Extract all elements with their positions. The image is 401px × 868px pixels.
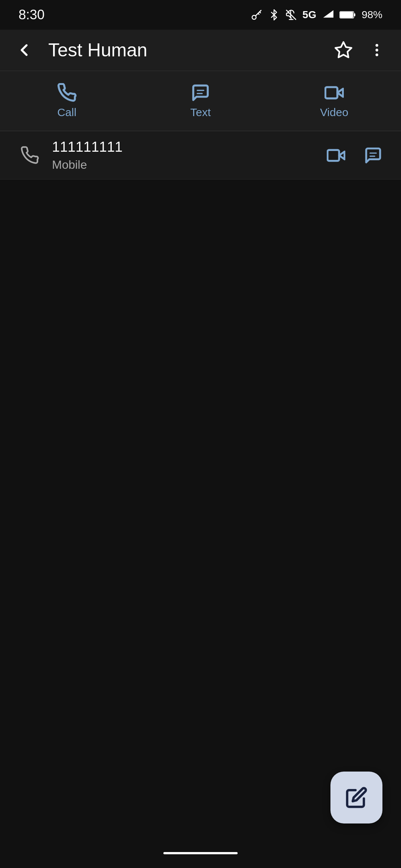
more-vert-icon [369,42,385,58]
contact-phone-type: Mobile [52,158,323,172]
contact-phone-number: 111111111 [52,139,323,155]
video-tab-icon [325,83,344,102]
back-button[interactable] [11,37,37,63]
svg-rect-6 [340,12,353,18]
contact-row-actions [323,142,386,168]
action-tabs: Call Text Video [0,71,401,131]
contact-phone-row[interactable]: 111111111 Mobile [0,131,401,180]
signal-icon [322,9,333,20]
svg-rect-14 [325,87,338,98]
app-bar: Test Human [0,30,401,70]
main-content-area [0,180,401,838]
status-time: 8:30 [19,7,45,23]
svg-marker-3 [323,10,333,18]
message-button[interactable] [360,142,386,168]
svg-point-8 [375,44,378,47]
message-icon [364,146,382,165]
call-tab[interactable]: Call [0,83,134,119]
favorite-button[interactable] [330,37,356,63]
video-tab[interactable]: Video [267,83,401,119]
video-call-icon [327,146,345,165]
bluetooth-icon [268,9,280,20]
status-icons: 5G 98% [251,9,382,21]
nav-bar [0,838,401,868]
back-arrow-icon [14,40,34,60]
text-tab[interactable]: Text [134,83,267,119]
battery-icon [339,10,356,19]
call-tab-icon [57,83,76,102]
video-tab-label: Video [320,106,348,119]
contact-name-title: Test Human [48,39,319,61]
text-tab-icon [191,83,210,102]
app-bar-actions [330,37,390,63]
battery-percent: 98% [362,9,382,21]
call-tab-label: Call [57,106,76,119]
svg-marker-7 [335,42,351,57]
svg-point-10 [375,53,378,56]
key-icon [251,9,263,21]
svg-rect-16 [327,150,339,161]
text-tab-label: Text [190,106,211,119]
5g-icon: 5G [303,9,316,21]
edit-icon [345,786,368,809]
svg-point-9 [375,49,378,51]
phone-row-call-icon [20,146,39,165]
home-indicator[interactable] [163,852,238,854]
more-options-button[interactable] [364,37,390,63]
contact-info: 111111111 Mobile [52,139,323,172]
edit-contact-fab[interactable] [330,772,382,823]
svg-rect-5 [354,13,355,16]
video-call-button[interactable] [323,142,349,168]
star-icon [334,40,353,60]
status-bar: 8:30 5G 98% [0,0,401,30]
mute-icon [286,9,297,20]
phone-row-icon-container [15,146,45,165]
